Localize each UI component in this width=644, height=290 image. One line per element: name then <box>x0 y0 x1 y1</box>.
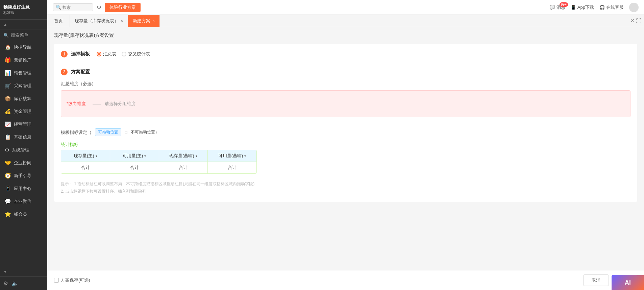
content-area: 现存量(库存状况表)方案设置 1 选择模板 汇总表 交叉统计表 <box>47 27 644 270</box>
radio-summary[interactable]: 汇总表 <box>97 51 116 57</box>
stats-col-4-header[interactable]: 可用量(基辅) ▾ <box>208 150 256 162</box>
tab-close-icon[interactable]: ✕ <box>630 18 635 24</box>
stats-col-3: 现存量(基辅) ▾ 合计 <box>159 150 208 173</box>
compass-icon: 🧭 <box>5 173 11 179</box>
sidebar-item-purchase[interactable]: 🛒 采购管理 <box>0 79 47 92</box>
msg-button[interactable]: 💬 消息 99+ <box>550 4 565 10</box>
col1-chevron-icon[interactable]: ▾ <box>96 154 97 158</box>
tab-home[interactable]: 首页 <box>47 15 70 27</box>
sidebar-item-label: 畅会员 <box>14 211 27 217</box>
sidebar-item-quicknav[interactable]: 🏠 快捷导航 <box>0 41 47 54</box>
indicator-divider <box>61 123 630 123</box>
stats-col-3-body: 合计 <box>159 162 208 173</box>
sidebar-item-label: 快捷导航 <box>14 44 31 50</box>
sidebar-item-label: 基础信息 <box>14 134 31 140</box>
chart-icon: 📊 <box>5 70 11 76</box>
step-divider <box>61 63 630 63</box>
save-checkbox[interactable] <box>54 278 59 283</box>
sidebar-item-label: 销售管理 <box>14 70 31 76</box>
stats-table-header: 现存量(主) ▾ 合计 可用量(主) ▾ 合计 <box>61 150 256 173</box>
sidebar-item-appcenter[interactable]: 📱 应用中心 <box>0 182 47 195</box>
stats-label: 统计指标 <box>61 142 630 148</box>
sidebar-nav: 🔍 搜索菜单 🏠 快捷导航 🎁 营销推广 📊 销售管理 🛒 采购管理 📦 库存核… <box>0 29 47 267</box>
scroll-down-arrow[interactable]: ▼ <box>0 268 10 275</box>
star-icon: ⭐ <box>5 211 11 217</box>
not-draggable-tag: 不可拖动位置） <box>131 129 159 135</box>
tab-expand-icon[interactable]: ⛶ <box>636 18 641 24</box>
sidebar-item-label: 企业协同 <box>14 160 31 166</box>
topbar-gear-icon[interactable]: ⚙ <box>97 4 101 10</box>
sidebar-item-member[interactable]: ⭐ 畅会员 <box>0 208 47 221</box>
col3-chevron-icon[interactable]: ▾ <box>196 154 197 158</box>
template-radio-group: 汇总表 交叉统计表 <box>97 51 150 57</box>
sidebar-item-operations[interactable]: 📈 经营管理 <box>0 118 47 131</box>
stats-col-2-header[interactable]: 可用量(主) ▾ <box>110 150 159 162</box>
user-avatar[interactable] <box>629 3 639 12</box>
stats-col-1-label: 现存量(主) <box>74 153 94 159</box>
tab-new-plan[interactable]: 新建方案 × <box>128 15 160 27</box>
page-title: 现存量(库存状况表)方案设置 <box>54 32 637 39</box>
topbar-search-input[interactable] <box>63 5 90 10</box>
radio-crosstab[interactable]: 交叉统计表 <box>122 51 150 57</box>
tips-section: 提示： 1.拖动标题栏可以调整布局，不可跨维度或指标区域拖动栏目(只能在同一维度… <box>61 180 630 195</box>
tab-inventory-status-label: 现存量（库存状况表） <box>75 18 119 24</box>
stats-col-4: 可用量(基辅) ▾ 合计 <box>208 150 256 173</box>
stats-col-1-header[interactable]: 现存量(主) ▾ <box>61 150 110 162</box>
save-option[interactable]: 方案保存(可选) <box>54 277 90 283</box>
money-icon: 💰 <box>5 108 11 115</box>
app-name: 畅康通好生意 <box>3 4 44 10</box>
tip-1: 提示： 1.拖动标题栏可以调整布局，不可跨维度或指标区域拖动栏目(只能在同一维度… <box>61 180 630 188</box>
tab-home-label: 首页 <box>54 18 63 24</box>
sidebar-search[interactable]: 🔍 搜索菜单 <box>0 29 47 41</box>
scroll-up-arrow[interactable]: ▲ <box>0 21 10 28</box>
chat-icon: 💬 <box>5 198 11 204</box>
topbar-search-box[interactable]: 🔍 <box>53 3 93 11</box>
step2-badge: 2 <box>61 69 68 75</box>
sidebar-item-basics[interactable]: 📋 基础信息 <box>0 131 47 144</box>
tab-inventory-status-close[interactable]: × <box>121 19 123 23</box>
stats-table: 现存量(主) ▾ 合计 可用量(主) ▾ 合计 <box>61 150 257 174</box>
tab-new-plan-close[interactable]: × <box>152 19 155 23</box>
online-service-label: 在线客服 <box>606 4 624 10</box>
sidebar-item-label: 资金管理 <box>14 108 31 115</box>
radio-crosstab-dot <box>122 52 126 56</box>
msg-badge: 99+ <box>560 2 568 7</box>
online-service-btn[interactable]: 🎧 在线客服 <box>599 4 624 10</box>
trending-icon: 📈 <box>5 121 11 127</box>
stats-col-4-body: 合计 <box>208 162 256 173</box>
vertical-dim-placeholder[interactable]: 请选择分组维度 <box>105 101 135 107</box>
sidebar-item-wechat[interactable]: 💬 企业微信 <box>0 195 47 208</box>
sidebar-item-marketing[interactable]: 🎁 营销推广 <box>0 54 47 67</box>
step2-label: 方案配置 <box>71 69 90 75</box>
clipboard-icon: 📋 <box>5 134 11 140</box>
sidebar-item-sales[interactable]: 📊 销售管理 <box>0 67 47 79</box>
vertical-dim-label: *纵向维度 <box>67 101 86 107</box>
step1-label: 选择模板 <box>71 51 90 57</box>
settings-icon[interactable]: ⚙ <box>3 280 8 287</box>
trial-btn[interactable]: 体验行业方案 <box>105 3 141 12</box>
ai-button[interactable]: Ai <box>612 275 644 290</box>
step2-row: 2 方案配置 <box>61 69 630 75</box>
tab-inventory-status[interactable]: 现存量（库存状况表） × <box>70 15 128 27</box>
headset-icon: 🎧 <box>599 5 605 10</box>
stats-col-2-body: 合计 <box>110 162 159 173</box>
sidebar-item-newguide[interactable]: 🧭 新手引导 <box>0 169 47 182</box>
separator: —— <box>93 101 101 106</box>
sidebar-item-label: 系统管理 <box>12 147 29 153</box>
sidebar-item-finance[interactable]: 💰 资金管理 <box>0 105 47 118</box>
col4-chevron-icon[interactable]: ▾ <box>244 154 246 158</box>
sidebar: 畅康通好生意 标准版 ▲ 🔍 搜索菜单 🏠 快捷导航 🎁 营销推广 📊 销售管理… <box>0 0 47 290</box>
step1-row: 1 选择模板 汇总表 交叉统计表 <box>61 51 630 57</box>
sidebar-item-label: 营销推广 <box>14 57 31 63</box>
speaker-icon[interactable]: 🔈 <box>11 280 18 287</box>
sidebar-item-inventory[interactable]: 📦 库存核算 <box>0 92 47 105</box>
handshake-icon: 🤝 <box>5 160 11 166</box>
sidebar-item-cooperation[interactable]: 🤝 企业协同 <box>0 156 47 169</box>
stats-col-3-header[interactable]: 现存量(基辅) ▾ <box>159 150 208 162</box>
sidebar-item-label: 应用中心 <box>14 186 31 192</box>
cancel-button[interactable]: 取消 <box>583 274 609 286</box>
sidebar-item-system[interactable]: ⚙ 系统管理 <box>0 144 47 156</box>
col2-chevron-icon[interactable]: ▾ <box>144 154 146 158</box>
app-download-btn[interactable]: 📱 App下载 <box>571 4 594 10</box>
tabs-bar: 首页 现存量（库存状况表） × 新建方案 × ✕ ⛶ <box>47 15 644 27</box>
